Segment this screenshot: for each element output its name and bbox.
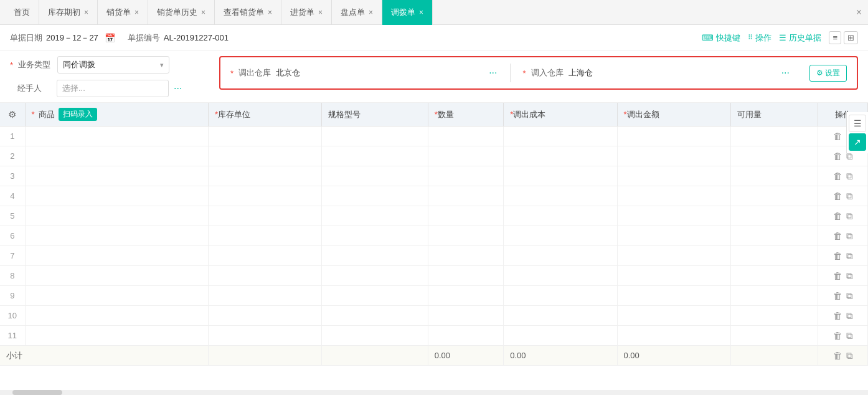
cell-cost[interactable] — [504, 326, 617, 346]
cell-product[interactable] — [25, 146, 208, 166]
cell-qty[interactable] — [428, 206, 504, 226]
cell-qty[interactable] — [428, 166, 504, 186]
out-warehouse-more-button[interactable]: ··· — [489, 67, 497, 79]
cell-qty[interactable] — [428, 186, 504, 206]
calendar-icon[interactable]: 📅 — [105, 33, 115, 43]
cell-spec[interactable] — [322, 306, 428, 326]
sidebar-list-button[interactable]: ☰ — [849, 115, 866, 132]
tab-view-sales[interactable]: 查看销货单 × — [215, 0, 281, 25]
cell-qty[interactable] — [428, 286, 504, 306]
cell-unit[interactable] — [208, 226, 321, 246]
cell-cost[interactable] — [504, 206, 617, 226]
scan-input-button[interactable]: 扫码录入 — [59, 108, 97, 121]
cell-spec[interactable] — [322, 246, 428, 266]
cell-product[interactable] — [25, 186, 208, 206]
cell-qty[interactable] — [428, 146, 504, 166]
cell-available[interactable] — [730, 266, 818, 286]
operate-action[interactable]: ⠿ 操作 — [748, 32, 771, 44]
copy-row-button[interactable]: ⧉ — [846, 211, 853, 222]
shortcut-action[interactable]: ⌨ 快捷键 — [702, 32, 740, 44]
cell-cost[interactable] — [504, 306, 617, 326]
cell-available[interactable] — [730, 126, 818, 146]
setting-button[interactable]: ⚙ 设置 — [809, 65, 847, 82]
cell-cost[interactable] — [504, 266, 617, 286]
cell-spec[interactable] — [322, 266, 428, 286]
list-view-button[interactable]: ≡ — [829, 31, 841, 44]
delete-row-button[interactable]: 🗑 — [833, 250, 842, 262]
cell-product[interactable] — [25, 286, 208, 306]
cell-qty[interactable] — [428, 226, 504, 246]
close-window-button[interactable]: × — [856, 7, 862, 18]
cell-amount[interactable] — [617, 226, 730, 246]
cell-available[interactable] — [730, 286, 818, 306]
cell-available[interactable] — [730, 326, 818, 346]
copy-row-button[interactable]: ⧉ — [846, 270, 853, 282]
close-icon[interactable]: × — [84, 8, 88, 17]
cell-amount[interactable] — [617, 206, 730, 226]
sidebar-expand-button[interactable]: ↗ — [849, 133, 866, 151]
close-icon[interactable]: × — [419, 8, 423, 17]
cell-cost[interactable] — [504, 166, 617, 186]
cell-available[interactable] — [730, 226, 818, 246]
copy-row-button[interactable]: ⧉ — [846, 231, 853, 242]
close-icon[interactable]: × — [318, 8, 323, 17]
cell-product[interactable] — [25, 246, 208, 266]
cell-unit[interactable] — [208, 146, 321, 166]
cell-unit[interactable] — [208, 286, 321, 306]
cell-product[interactable] — [25, 226, 208, 246]
handler-more-button[interactable]: ··· — [174, 83, 182, 94]
cell-product[interactable] — [25, 306, 208, 326]
delete-row-button[interactable]: 🗑 — [833, 231, 842, 242]
copy-row-button[interactable]: ⧉ — [846, 290, 853, 302]
cell-unit[interactable] — [208, 266, 321, 286]
tab-inventory-init[interactable]: 库存期初 × — [39, 0, 98, 25]
history-action[interactable]: ☰ 历史单据 — [779, 32, 821, 44]
cell-cost[interactable] — [504, 286, 617, 306]
copy-row-button[interactable]: ⧉ — [846, 350, 853, 361]
tab-sales-order[interactable]: 销货单 × — [98, 0, 148, 25]
tab-stocktake[interactable]: 盘点单 × — [332, 0, 382, 25]
cell-unit[interactable] — [208, 186, 321, 206]
handler-input[interactable]: 选择... — [57, 80, 169, 97]
cell-product[interactable] — [25, 126, 208, 146]
close-icon[interactable]: × — [369, 8, 373, 17]
copy-row-button[interactable]: ⧉ — [846, 250, 853, 262]
cell-qty[interactable] — [428, 126, 504, 146]
tab-sales-history[interactable]: 销货单历史 × — [148, 0, 215, 25]
cell-cost[interactable] — [504, 146, 617, 166]
cell-unit[interactable] — [208, 166, 321, 186]
column-settings-button[interactable]: ⚙ — [8, 109, 16, 120]
cell-available[interactable] — [730, 186, 818, 206]
delete-row-button[interactable]: 🗑 — [833, 171, 842, 182]
cell-product[interactable] — [25, 326, 208, 346]
cell-spec[interactable] — [322, 126, 428, 146]
cell-unit[interactable] — [208, 246, 321, 266]
cell-amount[interactable] — [617, 166, 730, 186]
cell-unit[interactable] — [208, 306, 321, 326]
cell-available[interactable] — [730, 306, 818, 326]
cell-spec[interactable] — [322, 146, 428, 166]
delete-row-button[interactable]: 🗑 — [833, 151, 842, 162]
cell-cost[interactable] — [504, 246, 617, 266]
cell-amount[interactable] — [617, 326, 730, 346]
grid-view-button[interactable]: ⊞ — [844, 31, 858, 44]
cell-qty[interactable] — [428, 266, 504, 286]
cell-unit[interactable] — [208, 206, 321, 226]
cell-product[interactable] — [25, 266, 208, 286]
cell-amount[interactable] — [617, 246, 730, 266]
delete-row-button[interactable]: 🗑 — [833, 211, 842, 222]
cell-amount[interactable] — [617, 266, 730, 286]
cell-amount[interactable] — [617, 286, 730, 306]
cell-spec[interactable] — [322, 206, 428, 226]
cell-qty[interactable] — [428, 246, 504, 266]
cell-spec[interactable] — [322, 186, 428, 206]
cell-spec[interactable] — [322, 326, 428, 346]
delete-row-button[interactable]: 🗑 — [833, 330, 842, 341]
delete-row-button[interactable]: 🗑 — [833, 270, 842, 282]
tab-purchase[interactable]: 进货单 × — [281, 0, 332, 25]
copy-row-button[interactable]: ⧉ — [846, 310, 853, 321]
close-icon[interactable]: × — [134, 8, 139, 17]
cell-amount[interactable] — [617, 186, 730, 206]
cell-amount[interactable] — [617, 126, 730, 146]
delete-row-button[interactable]: 🗑 — [833, 191, 842, 202]
